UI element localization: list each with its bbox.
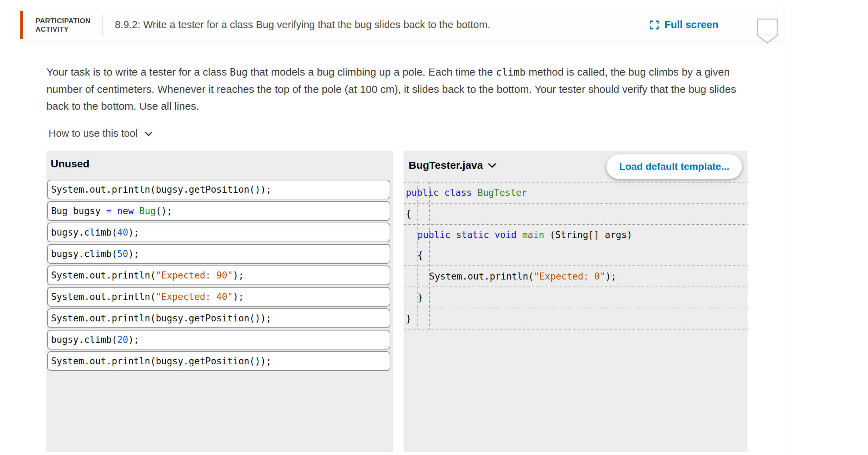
participation-accent-bar: [20, 11, 23, 39]
code-token: System.out.println(: [51, 270, 156, 281]
code-token: static: [456, 230, 489, 240]
code-token: }: [406, 313, 411, 324]
code-token: );: [128, 334, 139, 345]
code-token: Bug: [139, 206, 156, 216]
paragraph-text: that models a bug climbing up a pole. Ea…: [247, 66, 496, 78]
code-token: public: [417, 230, 451, 240]
code-token: =: [106, 206, 112, 216]
inline-code: Bug: [230, 66, 248, 78]
code-token: class: [445, 187, 472, 198]
placed-code-block[interactable]: public class BugTester: [404, 182, 748, 203]
code-token: ();: [156, 206, 172, 216]
inline-code: climb: [496, 66, 526, 78]
code-token: "Expected: 0": [534, 271, 605, 282]
code-token: System.out.println(: [429, 271, 534, 282]
code-token: {: [417, 250, 423, 261]
unused-code-line[interactable]: System.out.println(bugsy.getPosition());: [47, 180, 390, 199]
fullscreen-label: Full screen: [665, 19, 718, 31]
code-token: "Expected: 90": [156, 270, 233, 281]
editor-header: BugTester.java Load default template...: [404, 151, 748, 180]
placed-code-block[interactable]: System.out.println("Expected: 0");: [404, 266, 748, 287]
paragraph-text: Your task is to write a tester for a cla…: [46, 66, 230, 78]
how-to-use-toggle[interactable]: How to use this tool: [46, 127, 156, 140]
code-token: );: [233, 291, 244, 302]
load-default-template-button[interactable]: Load default template...: [606, 154, 742, 179]
placed-code-block[interactable]: public static void main (String[] args){: [404, 225, 748, 265]
code-token: );: [233, 270, 244, 281]
drop-target-line[interactable]: [404, 329, 748, 329]
indent-guide: [429, 182, 430, 329]
unused-code-line[interactable]: System.out.println(bugsy.getPosition());: [47, 308, 390, 328]
unused-code-line[interactable]: System.out.println("Expected: 90");: [47, 265, 390, 285]
placed-code-block[interactable]: {: [404, 204, 748, 224]
code-token: System.out.println(bugsy.getPosition());: [51, 356, 271, 366]
code-token: Bug bugsy: [51, 206, 106, 216]
code-token: [439, 187, 445, 198]
activity-title: 8.9.2: Write a tester for a class Bug ve…: [115, 19, 647, 31]
code-token: System.out.println(bugsy.getPosition());: [51, 184, 271, 195]
unused-code-line[interactable]: System.out.println(bugsy.getPosition());: [47, 351, 390, 371]
chevron-down-icon: [143, 128, 154, 139]
header-divider: [102, 15, 103, 35]
badge-line-1: PARTICIPATION: [36, 17, 90, 25]
parsons-panels: Unused System.out.println(bugsy.getPosit…: [46, 151, 749, 452]
chevron-down-icon: [486, 160, 498, 171]
file-name-label: BugTester.java: [409, 159, 483, 171]
code-token: public: [406, 187, 439, 198]
page: { "colors": { "accent_orange": "#c0510f"…: [0, 0, 868, 455]
editor-panel: BugTester.java Load default template... …: [404, 151, 748, 452]
completion-shield-icon: [756, 18, 778, 44]
code-token: System.out.println(: [51, 291, 156, 302]
code-token: System.out.println(bugsy.getPosition());: [51, 313, 271, 323]
code-token: bugsy.climb(: [51, 249, 117, 259]
editor-blocks: public class BugTester{public static voi…: [404, 182, 748, 329]
code-token: 50: [117, 249, 128, 259]
code-token: 40: [117, 227, 128, 238]
code-token: [489, 230, 495, 240]
code-token: BugTester: [478, 187, 527, 198]
activity-card: PARTICIPATION ACTIVITY 8.9.2: Write a te…: [20, 8, 784, 455]
unused-code-line[interactable]: bugsy.climb(40);: [47, 223, 390, 242]
code-token: 20: [117, 334, 128, 345]
code-token: [517, 230, 522, 240]
badge-line-2: ACTIVITY: [36, 25, 90, 33]
code-token: );: [605, 271, 616, 282]
placed-code-block[interactable]: }: [404, 308, 748, 329]
code-token: "Expected: 40": [156, 291, 233, 302]
participation-activity-badge: PARTICIPATION ACTIVITY: [36, 17, 90, 33]
unused-code-line[interactable]: bugsy.climb(20);: [47, 330, 390, 350]
code-token: [472, 187, 478, 198]
code-token: [134, 206, 139, 216]
unused-code-line[interactable]: bugsy.climb(50);: [47, 244, 390, 264]
activity-header: PARTICIPATION ACTIVITY 8.9.2: Write a te…: [20, 8, 784, 42]
code-token: [112, 206, 117, 216]
unused-code-line[interactable]: System.out.println("Expected: 40");: [47, 287, 390, 307]
activity-body: Your task is to write a tester for a cla…: [20, 42, 784, 452]
fullscreen-icon: [649, 19, 660, 31]
code-token: main: [522, 230, 544, 240]
code-area: public class BugTester{public static voi…: [404, 182, 748, 329]
file-name-dropdown[interactable]: BugTester.java: [407, 154, 500, 172]
unused-panel: Unused System.out.println(bugsy.getPosit…: [46, 151, 393, 452]
unused-panel-title: Unused: [46, 151, 393, 180]
task-paragraph: Your task is to write a tester for a cla…: [46, 64, 749, 115]
how-to-use-label: How to use this tool: [49, 128, 138, 139]
code-token: new: [117, 206, 134, 216]
code-token: void: [495, 230, 517, 240]
code-token: );: [128, 249, 139, 259]
code-token: bugsy.climb(: [51, 227, 117, 238]
fullscreen-button[interactable]: Full screen: [647, 19, 721, 31]
code-token: bugsy.climb(: [51, 334, 117, 345]
code-token: (String[] args): [544, 230, 632, 240]
unused-code-line[interactable]: Bug bugsy = new Bug();: [47, 201, 390, 221]
unused-list: System.out.println(bugsy.getPosition());…: [46, 180, 393, 371]
code-token: );: [128, 227, 139, 238]
code-token: {: [406, 209, 411, 219]
placed-code-block[interactable]: }: [404, 287, 748, 308]
indent-guide: [417, 182, 418, 329]
code-token: }: [417, 292, 423, 303]
code-token: [451, 230, 456, 240]
